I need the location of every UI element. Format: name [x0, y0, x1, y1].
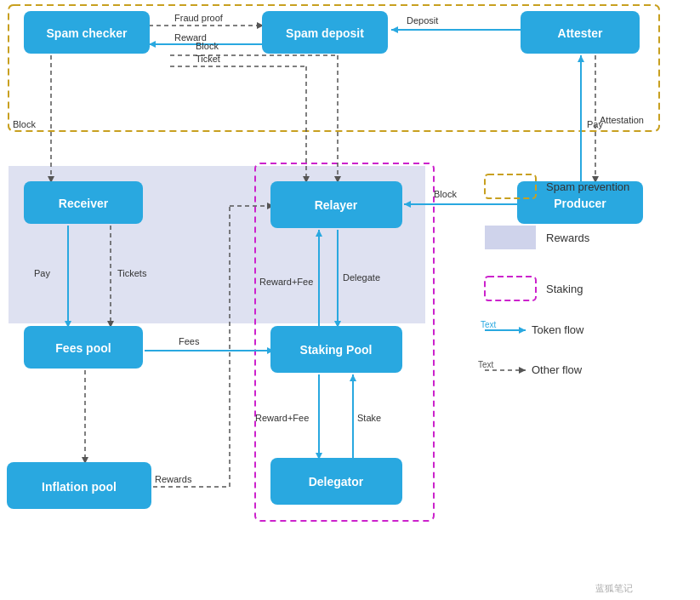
label-tickets: Tickets	[117, 268, 147, 278]
staking-pool-label: Staking Pool	[300, 343, 373, 357]
label-fees: Fees	[179, 336, 200, 346]
legend-rewards-box	[485, 226, 536, 249]
label-deposit: Deposit	[407, 15, 438, 26]
legend-token-flow: Text Token flow	[481, 320, 584, 336]
legend-token-flow-label: Token flow	[532, 323, 584, 336]
legend-staking-box	[485, 277, 536, 300]
legend-spam-label: Spam prevention	[546, 180, 629, 193]
spam-deposit-label: Spam deposit	[286, 26, 364, 40]
arrow-stake-head	[350, 374, 356, 381]
svg-text:Text: Text	[481, 320, 497, 329]
legend-staking-label: Staking	[546, 283, 583, 295]
arrow-pay-head	[578, 55, 584, 62]
label-reward-fee2: Reward+Fee	[255, 413, 309, 423]
label-block-left2: Block	[13, 119, 36, 129]
label-stake: Stake	[357, 413, 381, 423]
label-reward-fee: Reward+Fee	[259, 277, 313, 287]
producer-label: Producer	[554, 197, 606, 210]
legend-other-flow: Text Other flow	[478, 360, 583, 376]
label-fraud-proof: Fraud proof	[174, 13, 224, 23]
diagram-container: Fraud proof Reward Deposit Block Block T…	[0, 0, 700, 600]
receiver-label: Receiver	[59, 197, 109, 210]
fees-pool-label: Fees pool	[55, 341, 111, 355]
relayer-label: Relayer	[315, 198, 358, 212]
label-attestation: Attestation	[600, 115, 644, 125]
legend-other-label: Other flow	[532, 363, 583, 376]
label-ticket: Ticket	[196, 54, 220, 64]
arrow-deposit-head	[391, 26, 398, 33]
label-block-mid: Block	[196, 41, 219, 51]
label-pay-receiver: Pay	[34, 268, 50, 278]
legend-rewards-label: Rewards	[546, 231, 590, 244]
attester-label: Attester	[558, 26, 603, 40]
label-rewards: Rewards	[155, 474, 192, 484]
label-delegate: Delegate	[343, 272, 380, 283]
label-block-producer: Block	[434, 189, 457, 199]
svg-marker-24	[519, 327, 526, 334]
watermark: 蓝狐笔记	[595, 583, 633, 593]
arrow-reward-head	[149, 41, 156, 48]
delegator-label: Delegator	[309, 475, 364, 489]
inflation-pool-label: Inflation pool	[42, 480, 117, 494]
svg-text:Text: Text	[478, 360, 494, 369]
svg-marker-27	[519, 367, 526, 374]
spam-checker-label: Spam checker	[47, 26, 128, 40]
